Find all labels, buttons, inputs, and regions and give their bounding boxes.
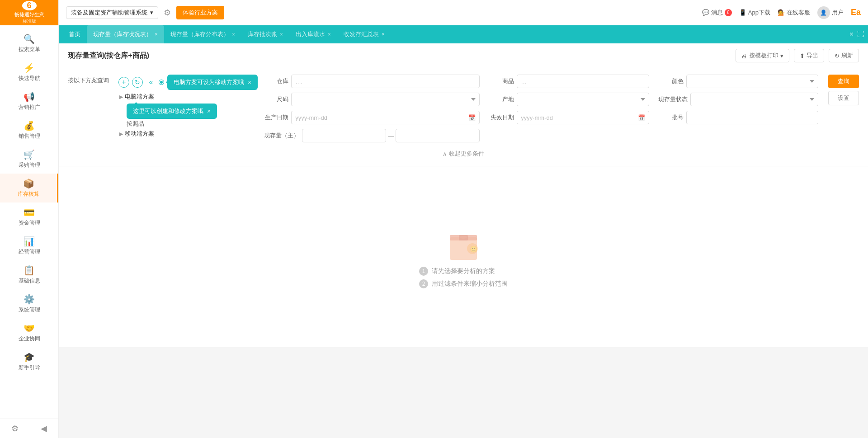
chevron-right-icon: ▶	[119, 131, 123, 137]
tab-receivable[interactable]: 收发存汇总表 ×	[337, 25, 391, 43]
logo-icon: 6	[22, 1, 37, 10]
back-scheme-btn[interactable]: «	[146, 77, 156, 88]
mobile-scheme-group[interactable]: ▶ 移动端方案	[119, 129, 258, 139]
export-btn[interactable]: ⬆ 导出	[794, 49, 824, 62]
collapse-label: 收起更多条件	[449, 150, 484, 158]
collapse-btn[interactable]: ∧ 收起更多条件	[443, 150, 484, 158]
warehouse-input[interactable]: …	[291, 75, 480, 88]
tab-inventory-dist[interactable]: 现存量（库存分布表） ×	[164, 25, 241, 43]
stock-max-input[interactable]	[396, 129, 480, 142]
origin-select[interactable]	[517, 93, 649, 106]
sidebar-item-system[interactable]: ⚙️ 系统管理	[0, 289, 58, 318]
sidebar-item-operations[interactable]: 📊 经营管理	[0, 231, 58, 260]
support-icon: 💁	[778, 9, 785, 16]
goods-input[interactable]: …	[517, 75, 649, 88]
tab-maximize-icon[interactable]: ⛶	[857, 30, 864, 38]
header: 装备及固定资产辅助管理系统 ▾ ⚙ 体验行业方案 💬 消息 6 📱 App下载 …	[59, 0, 868, 25]
add-scheme-btn[interactable]: +	[118, 77, 129, 88]
sidebar-item-guide[interactable]: 🎓 新手引导	[0, 347, 58, 376]
stock-status-select[interactable]	[690, 93, 818, 106]
size-select[interactable]	[291, 93, 480, 106]
sidebar-item-quick[interactable]: ⚡ 快速导航	[0, 58, 58, 87]
settings-footer-icon[interactable]: ⚙	[11, 424, 19, 433]
empty-state: 😐 1 请先选择要分析的方案 2 用过滤条件来缩小分析范围	[59, 166, 868, 347]
brand-name: 畅捷通好生意	[14, 11, 44, 18]
tab-home[interactable]: 首页	[62, 30, 87, 38]
support-label: 在线客服	[787, 9, 810, 17]
tab-close-all-icon[interactable]: ×	[849, 30, 854, 38]
system-selector[interactable]: 装备及固定资产辅助管理系统 ▾	[66, 6, 158, 19]
color-field: 颜色	[658, 75, 818, 88]
inventory-icon: 📦	[23, 178, 34, 189]
desktop-scheme-child[interactable]: 按照品	[119, 119, 258, 129]
user-avatar: 👤	[817, 6, 830, 19]
sidebar: 6 畅捷通好生意 标准版 🔍 搜索菜单 ⚡ 快速导航 📢 营销推广 💰 销售管理…	[0, 0, 59, 438]
refresh-label: 刷新	[841, 52, 853, 60]
batch-field: 批号	[658, 111, 818, 124]
stock-min-input[interactable]	[302, 129, 386, 142]
notification-badge: 6	[725, 9, 732, 16]
sidebar-item-label: 营销推广	[19, 104, 40, 111]
desktop-scheme-group[interactable]: ▶ 电脑端方案	[119, 92, 258, 102]
app-download-btn[interactable]: 📱 App下载	[739, 9, 770, 17]
desktop-child-label: 按照品	[127, 120, 144, 128]
search-btn[interactable]: 查询	[828, 75, 859, 88]
expiry-date-field: 失效日期 yyyy-mm-dd 📅	[489, 111, 649, 124]
color-select[interactable]	[686, 75, 818, 88]
settings-icon[interactable]: ⚙	[164, 8, 171, 18]
warehouse-label: 仓库	[263, 77, 288, 85]
empty-step-2: 2 用过滤条件来缩小分析范围	[419, 279, 508, 288]
tab-inout[interactable]: 出入库流水 ×	[289, 25, 337, 43]
logo-char: 6	[27, 1, 31, 10]
sidebar-item-marketing[interactable]: 📢 营销推广	[0, 87, 58, 116]
finance-icon: 💳	[24, 207, 35, 218]
reset-btn[interactable]: 设置	[828, 91, 859, 105]
print-btn[interactable]: 🖨 按模板打印 ▾	[736, 49, 789, 62]
sidebar-item-label: 采购管理	[19, 161, 40, 169]
sidebar-item-label: 企业协同	[19, 335, 40, 343]
export-label: 导出	[807, 52, 818, 60]
refresh-btn[interactable]: ↻ 刷新	[829, 49, 859, 62]
sidebar-item-enterprise[interactable]: 🤝 企业协同	[0, 318, 58, 347]
color-label: 颜色	[658, 77, 684, 85]
tab-label: 现存量（库存分布表）	[170, 30, 229, 38]
user-menu[interactable]: 👤 用户	[817, 6, 844, 19]
scheme-tooltip2-container: 这里可以创建和修改方案哦 ×	[127, 102, 217, 119]
tab-close-icon[interactable]: ×	[280, 31, 283, 38]
notifications-btn[interactable]: 💬 消息 6	[702, 9, 732, 17]
connector-dot	[159, 80, 164, 85]
scheme-tooltip-text: 电脑方案可设为移动方案哦	[174, 78, 244, 86]
industry-btn[interactable]: 体验行业方案	[176, 6, 224, 19]
goods-field: 商品 …	[489, 75, 649, 88]
tab-close-icon[interactable]: ×	[382, 31, 385, 38]
production-date-picker[interactable]: yyyy-mm-dd 📅	[291, 111, 480, 124]
sidebar-item-sales[interactable]: 💰 销售管理	[0, 116, 58, 145]
sidebar-item-inventory[interactable]: 📦 库存核算	[0, 174, 58, 203]
ea-text: Ea	[851, 8, 861, 17]
tooltip-close-btn[interactable]: ×	[248, 79, 251, 86]
sidebar-item-basic[interactable]: 📋 基础信息	[0, 260, 58, 289]
tab-close-icon[interactable]: ×	[328, 31, 331, 38]
sidebar-item-purchase[interactable]: 🛒 采购管理	[0, 145, 58, 174]
sidebar-footer: ⚙ ◀	[0, 419, 58, 438]
tab-batch[interactable]: 库存批次账 ×	[241, 25, 289, 43]
size-field: 尺码	[263, 93, 480, 106]
tooltip2-close-btn[interactable]: ×	[207, 108, 211, 115]
tab-close-icon[interactable]: ×	[155, 31, 158, 38]
filter-panel: 按以下方案查询 + ↻ « 电脑方案可设为移	[59, 68, 868, 166]
expiry-date-picker[interactable]: yyyy-mm-dd 📅	[517, 111, 649, 124]
refresh-scheme-btn[interactable]: ↻	[132, 77, 143, 88]
tab-close-icon[interactable]: ×	[232, 31, 235, 38]
online-support-btn[interactable]: 💁 在线客服	[778, 9, 810, 17]
page-title: 现存量查询(按仓库+商品)	[68, 51, 149, 61]
export-icon: ⬆	[800, 52, 805, 59]
phone-icon: 📱	[739, 9, 746, 16]
sidebar-item-finance[interactable]: 💳 资金管理	[0, 203, 58, 231]
filter-label: 按以下方案查询	[68, 76, 109, 85]
batch-input[interactable]	[686, 111, 818, 124]
tab-inventory-status[interactable]: 现存量（库存状况表） ×	[87, 25, 164, 43]
collapse-sidebar-icon[interactable]: ◀	[41, 424, 47, 433]
step-num-1: 1	[419, 267, 428, 276]
sidebar-item-search[interactable]: 🔍 搜索菜单	[0, 29, 58, 58]
guide-icon: 🎓	[24, 352, 35, 363]
